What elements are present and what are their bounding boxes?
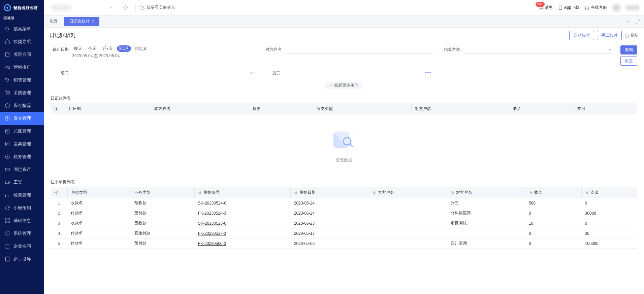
svg-point-26 [7,233,8,234]
svg-rect-15 [5,168,9,171]
tab-close-icon[interactable]: × [92,19,94,24]
docs-col-0[interactable]: 单据类型 [67,187,131,198]
gear-icon [5,231,10,236]
dept-label: 部门 [51,69,72,76]
svg-point-18 [8,182,9,182]
avatar[interactable] [612,4,620,12]
tag-icon [5,77,10,83]
app-download-button[interactable]: App下载 [558,5,579,10]
sidebar-item-tax[interactable]: 税务管理 [0,150,44,163]
page-header: 日记账核对 自动核对 手工核对 刷新 [44,28,644,43]
table-row[interactable]: 4付款单直接付款FK-20230517-02023-05-17036 [51,228,637,238]
sidebar-item-sales[interactable]: 销售管理 [0,74,44,86]
refresh-button[interactable]: 刷新 [624,33,639,38]
settlement-select[interactable] [463,45,612,53]
query-button[interactable]: 查询 [620,45,637,54]
svg-line-40 [350,144,353,147]
doc-no-link[interactable]: FK-20230506-0 [198,241,226,246]
tab-首页[interactable]: 首页 [44,19,63,24]
doc-no-link[interactable]: FK-20230517-0 [198,231,226,236]
table-row[interactable]: 5付款单预付款FK-20230506-02023-05-06四川空调010000… [51,238,637,249]
sidebar-item-salary[interactable]: 工资 [0,176,44,189]
sidebar-item-marketing[interactable]: 营销推广 [0,61,44,74]
sidebar-item-quicknav[interactable]: 快捷导航 [0,35,44,48]
svg-rect-24 [5,221,7,223]
customer-service-button[interactable]: 在线客服 [585,5,607,10]
tab-日记账核对[interactable]: 日记账核对× [64,17,99,26]
docs-col-7[interactable]: ▲▼支出 [582,187,637,198]
date-option-1[interactable]: 今天 [86,45,98,52]
demo-link[interactable]: 我要看实例演示 [140,5,175,10]
sidebar-item-invoice[interactable]: 发票管理 [0,138,44,150]
doc-no-link[interactable]: FK-20230524-0 [198,211,226,216]
date-option-3[interactable]: 近1月 [117,45,131,52]
sidebar-item-xiaochang[interactable]: 小畅报销 [0,201,44,214]
docs-col-1[interactable]: 业务类型 [131,187,195,198]
journal-col-6[interactable]: 支出 [574,103,637,114]
sidebar-item-basic[interactable]: 基础信息 [0,214,44,227]
sidebar: 畅捷通好业财 标准版 搜索菜单快捷导航项目合同营销推广销售管理采购管理库存核算资… [0,0,44,294]
gear-icon[interactable] [51,103,64,114]
sidebar-item-inventory[interactable]: 库存核算 [0,99,44,112]
building-icon [5,244,10,249]
journal-col-2[interactable]: 摘要 [249,103,313,114]
docs-col-2[interactable]: ▲▼单据编号 [195,187,291,198]
topbar: 我要看实例演示 99+ 消息 App下载 在线客服 [44,0,644,15]
message-badge: 99+ [536,2,545,7]
counterparty-input[interactable] [285,45,434,53]
sidebar-item-project[interactable]: 项目合同 [0,48,44,61]
date-option-2[interactable]: 近7天 [100,45,115,52]
asset-icon [5,167,10,172]
messages-button[interactable]: 99+ 消息 [539,5,553,10]
sidebar-item-ledger[interactable]: 总账管理 [0,125,44,138]
chevron-down-icon [108,5,113,10]
doc-no-link[interactable]: SK-20230523-0 [198,221,226,226]
date-option-0[interactable]: 昨天 [72,45,84,52]
journal-col-0[interactable]: ▲▼日期 [64,103,151,114]
docs-col-3[interactable]: ▲▼单据日期 [291,187,369,198]
table-row[interactable]: 1收款单预收款SK-20230524-02023-05-24张三5000 [51,198,637,208]
sidebar-item-biz[interactable]: 经营管理 [0,189,44,201]
gear-icon[interactable] [51,187,67,198]
sidebar-item-system[interactable]: 系统管理 [0,227,44,240]
book-icon [5,256,10,262]
wallet-icon [5,180,10,185]
svg-point-37 [56,108,57,110]
filter-settings-button[interactable]: 设置 [620,57,637,66]
journal-col-3[interactable]: 收支类型 [313,103,412,114]
docs-col-5[interactable]: ▲▼对方户名 [447,187,525,198]
journal-col-5[interactable]: 收入 [510,103,574,114]
date-option-4[interactable]: 自定义 [133,45,149,52]
sidebar-item-guide[interactable]: 新手引导 [0,253,44,265]
sidebar-item-fund[interactable]: 资金管理 [0,112,44,125]
docs-col-4[interactable]: ▲▼本方户名 [369,187,447,198]
sidebar-item-search[interactable]: 搜索菜单 [0,23,44,35]
journal-section: 日记账列表 ▲▼日期本方户名摘要收支类型对方户名收入支出 暂无数据 [44,93,644,177]
svg-rect-25 [8,221,9,223]
table-row[interactable]: 3收款单应收款SK-20230523-02023-05-23项目测试100 [51,218,637,228]
svg-point-43 [56,192,57,193]
employee-select[interactable]: ••• [284,69,431,77]
docs-section: 往来单据列表 单据类型业务类型▲▼单据编号▲▼单据日期▲▼本方户名▲▼对方户名▲… [44,177,644,250]
svg-point-4 [6,79,6,79]
close-icon[interactable] [624,17,632,25]
journal-col-4[interactable]: 对方户名 [412,103,510,114]
settlement-label: 结算方式 [442,45,463,52]
collapse-filters-button[interactable]: 收起更多条件 [325,82,362,89]
empty-icon [327,126,361,153]
sidebar-item-enterprise[interactable]: 企业协同 [0,240,44,253]
manual-reconcile-button[interactable]: 手工核对 [597,31,622,40]
sidebar-item-purchase[interactable]: 采购管理 [0,86,44,99]
sidebar-item-asset[interactable]: 固定资产 [0,163,44,176]
dept-select[interactable] [72,69,254,77]
org-selector[interactable] [49,3,116,12]
journal-col-1[interactable]: 本方户名 [151,103,249,114]
money-icon [5,116,10,121]
journal-table: ▲▼日期本方户名摘要收支类型对方户名收入支出 [51,103,637,114]
auto-reconcile-button[interactable]: 自动核对 [569,31,594,40]
fullscreen-icon[interactable] [634,17,641,25]
table-row[interactable]: 2付款单应付款FK-20230524-02023-05-24材料供应商03000… [51,208,637,218]
doc-no-link[interactable]: SK-20230524-0 [198,201,226,206]
docs-col-6[interactable]: ▲▼收入 [525,187,582,198]
gear-icon[interactable] [123,5,128,10]
